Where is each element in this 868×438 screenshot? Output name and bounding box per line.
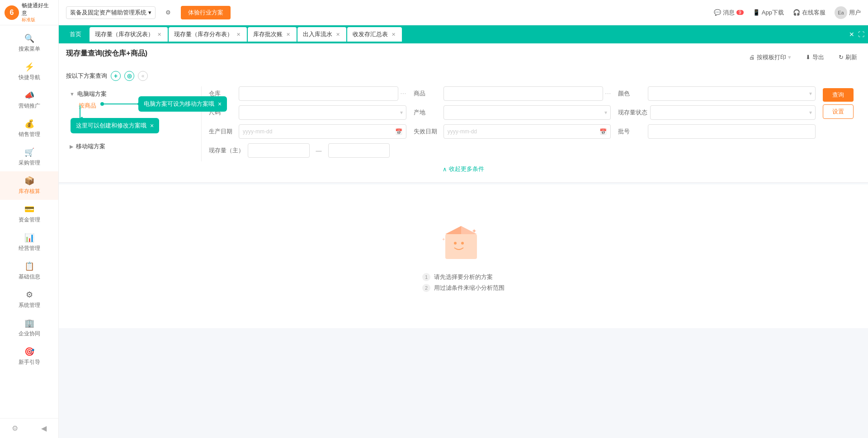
expire-date-field: 失效日期 yyyy-mm-dd 📅 (414, 124, 611, 139)
origin-label: 产地 (414, 108, 441, 117)
message-button[interactable]: 💬 消息 9 (714, 9, 744, 17)
collapse-sidebar-icon[interactable]: ◀ (41, 424, 47, 433)
sidebar-item-basic[interactable]: 📋 基础信息 (0, 257, 58, 285)
scheme-item-area: 按商品 电脑方案可设为移动方案哦 × (66, 100, 196, 112)
warehouse-dots-icon[interactable]: ··· (400, 89, 406, 98)
sidebar-item-inventory[interactable]: 📦 库存核算 (0, 171, 58, 200)
tab-close-inventory-status[interactable]: ✕ (156, 31, 162, 38)
page-header: 现存量查询(按仓库+商品) 🖨 按模板打印 ▾ ⬇ 导出 ↻ 刷新 (59, 43, 868, 66)
scheme-tree-panel: ▼ 电脑端方案 按商品 电脑方案可设为移动方案哦 × (66, 86, 202, 161)
warehouse-input[interactable] (239, 86, 398, 101)
stock-status-field: 现存量状态 ▾ (618, 105, 816, 120)
service-icon: 🎧 (793, 9, 800, 16)
goods-input[interactable] (443, 86, 603, 101)
mobile-scheme-toggle[interactable]: ▶ 移动端方案 (66, 141, 196, 152)
expire-date-input[interactable]: yyyy-mm-dd 📅 (443, 124, 611, 139)
chevron-down-icon-color: ▾ (809, 90, 812, 97)
sidebar-item-sales[interactable]: 💰 销售管理 (0, 114, 58, 143)
chevron-up-icon: ∧ (443, 166, 447, 173)
sidebar-item-purchase[interactable]: 🛒 采购管理 (0, 143, 58, 171)
tab-inout[interactable]: 出入库流水 ✕ (297, 27, 346, 42)
collapse-conditions-button[interactable]: ∧ 收起更多条件 (66, 161, 861, 177)
batch-input[interactable] (648, 124, 816, 139)
tooltip1-close-button[interactable]: × (218, 100, 222, 108)
filter-fields-panel: 仓库 ··· 商品 ··· (202, 86, 816, 161)
tab-inventory-dist[interactable]: 现存量（库存分布表） ✕ (169, 27, 247, 42)
arrow-right-icon: ▶ (70, 144, 73, 150)
print-icon: 🖨 (749, 54, 755, 61)
search-button-area: 查询 设置 (816, 86, 861, 161)
sidebar-item-finance[interactable]: 💳 资金管理 (0, 200, 58, 228)
tab-close-inventory-dist[interactable]: ✕ (236, 31, 241, 38)
tab-close-inout[interactable]: ✕ (335, 31, 341, 38)
header: 装备及固定资产辅助管理系统 ▾ ⚙ 体验行业方案 💬 消息 9 📱 App下载 … (59, 0, 868, 25)
expire-date-label: 失效日期 (414, 127, 441, 136)
stock-max-input[interactable] (328, 143, 390, 158)
sidebar-item-operation[interactable]: 📊 经营管理 (0, 228, 58, 257)
filter-row-4: 现存量（主） — (209, 143, 390, 158)
color-select[interactable]: ▾ (648, 86, 816, 101)
stock-min-input[interactable] (248, 143, 310, 158)
goods-dots-icon[interactable]: ··· (605, 89, 611, 98)
origin-select[interactable]: ▾ (443, 105, 611, 120)
reset-button[interactable]: 设置 (823, 104, 854, 119)
stock-status-select[interactable]: ▾ (650, 105, 816, 120)
message-icon: 💬 (714, 9, 721, 16)
sidebar-item-enterprise[interactable]: 🏢 企业协同 (0, 314, 58, 342)
chevron-down-icon-print: ▾ (788, 54, 791, 61)
sidebar-item-quick[interactable]: ⚡ 快捷导航 (0, 57, 58, 86)
tab-close-all-icon[interactable]: ✕ (849, 31, 854, 38)
page-title: 现存量查询(按仓库+商品) (66, 49, 147, 58)
user-area[interactable]: Ea 用户 (835, 6, 861, 19)
tab-close-collect[interactable]: ✕ (391, 31, 396, 38)
template-print-button[interactable]: 🖨 按模板打印 ▾ (745, 52, 795, 63)
produce-date-field: 生产日期 yyyy-mm-dd 📅 (209, 124, 406, 139)
stock-main-label: 现存量（主） (209, 146, 245, 155)
purchase-icon: 🛒 (24, 147, 34, 157)
svg-point-2 (461, 242, 464, 245)
size-select[interactable]: ▾ (239, 105, 406, 120)
sidebar-item-search[interactable]: 🔍 搜索菜单 (0, 29, 58, 57)
tab-home[interactable]: 首页 (62, 27, 89, 42)
app-download-button[interactable]: 📱 App下载 (753, 9, 784, 17)
empty-state: ✦ ✦ 1 请先选择要分析的方案 2 用过滤条件来缩小分析范围 (59, 184, 868, 328)
chevron-down-icon: ▾ (148, 9, 151, 16)
arrow-down-icon: ▼ (70, 91, 75, 97)
edit-scheme-button[interactable]: ◎ (124, 71, 134, 81)
tab-collect[interactable]: 收发存汇总表 ✕ (347, 27, 402, 42)
header-left: 装备及固定资产辅助管理系统 ▾ ⚙ 体验行业方案 (66, 5, 231, 20)
tab-close-batch[interactable]: ✕ (285, 31, 291, 38)
sidebar-footer: ⚙ ◀ (0, 418, 58, 438)
refresh-button[interactable]: ↻ 刷新 (835, 52, 861, 63)
stock-status-label: 现存量状态 (618, 108, 647, 117)
search-button[interactable]: 查询 (823, 88, 854, 102)
add-scheme-button[interactable]: + (111, 71, 121, 81)
tooltip2-close-button[interactable]: × (150, 122, 154, 129)
settings-footer-icon[interactable]: ⚙ (12, 424, 18, 433)
phone-icon: 📱 (753, 9, 760, 16)
filter-body: ▼ 电脑端方案 按商品 电脑方案可设为移动方案哦 × (66, 86, 861, 161)
system-selector[interactable]: 装备及固定资产辅助管理系统 ▾ (66, 6, 156, 19)
enterprise-icon: 🏢 (24, 318, 34, 328)
color-label: 颜色 (618, 89, 645, 98)
online-service-button[interactable]: 🎧 在线客服 (793, 9, 826, 17)
trial-button[interactable]: 体验行业方案 (181, 6, 231, 19)
back-button[interactable]: « (138, 71, 148, 81)
calendar-icon-expire: 📅 (599, 128, 607, 135)
tab-inventory-status[interactable]: 现存量（库存状况表） ✕ (90, 27, 168, 42)
svg-point-1 (454, 242, 457, 245)
tab-fullscreen-icon[interactable]: ⛶ (858, 31, 864, 38)
tab-batch[interactable]: 库存批次账 ✕ (248, 27, 297, 42)
settings-button[interactable]: ⚙ (161, 5, 175, 20)
sidebar-item-marketing[interactable]: 📣 营销推广 (0, 86, 58, 114)
filter-header: 按以下方案查询 + ◎ « (66, 71, 861, 81)
produce-date-input[interactable]: yyyy-mm-dd 📅 (239, 124, 406, 139)
sidebar-item-guide[interactable]: 🎯 新手引导 (0, 342, 58, 371)
sidebar-item-system[interactable]: ⚙ 系统管理 (0, 285, 58, 314)
filter-label: 按以下方案查询 (66, 72, 107, 80)
color-field: 颜色 ▾ (618, 86, 816, 101)
export-button[interactable]: ⬇ 导出 (802, 52, 828, 63)
svg-text:✦: ✦ (442, 237, 445, 242)
svg-text:✦: ✦ (472, 227, 477, 235)
logo-area: 6 畅捷通好生意 标准版 (0, 0, 58, 25)
